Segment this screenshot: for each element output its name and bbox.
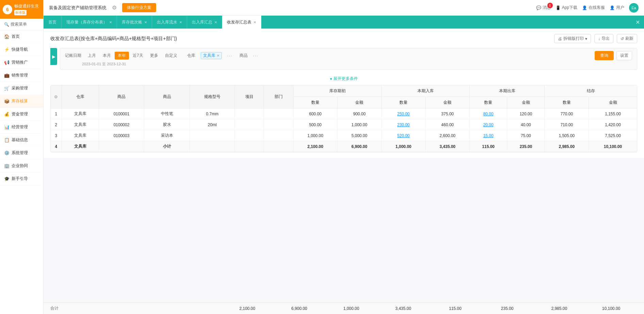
sidebar-item-basic[interactable]: 基础信息 (0, 134, 43, 147)
filter-row-1: 记账日期 上月 本月 本年 近7天 更多 自定义 仓库 文具库 (65, 51, 632, 60)
settings-icon[interactable]: ⚙ (112, 4, 117, 11)
tab-inout-summary[interactable]: 出入库汇总 ✕ (187, 16, 222, 29)
warehouse-tag: 文具库 ✕ (201, 52, 222, 59)
row-out-qty[interactable]: 20.00 (469, 119, 507, 130)
tab-close-icon[interactable]: ✕ (214, 20, 217, 24)
sidebar-logo[interactable]: 6 畅捷通好生意 标准版 (0, 0, 43, 19)
newbie-icon (4, 176, 10, 182)
service-label: 在线客服 (589, 5, 605, 11)
footer-label: 合计 (50, 305, 59, 311)
row-out-qty-link[interactable]: 80.00 (483, 112, 493, 116)
service-button[interactable]: 👤 在线客服 (582, 5, 605, 11)
service-icon: 👤 (582, 5, 587, 10)
sidebar-item-sales[interactable]: 销售管理 (0, 69, 43, 82)
row-in-qty[interactable]: 1,000.00 (381, 141, 426, 152)
system-title: 装备及固定资产辅助管理系统 (49, 5, 106, 11)
tab-close-icon[interactable]: ✕ (144, 20, 147, 24)
row-in-qty[interactable]: 230.00 (381, 119, 426, 130)
user-icon: 👤 (610, 5, 615, 10)
footer-out-amt: 235.00 (481, 306, 533, 311)
filter-collapse-button[interactable]: ▶ (50, 48, 57, 65)
warehouse-label: 仓库 (187, 53, 195, 59)
sidebar-item-quick[interactable]: 快捷导航 (0, 43, 43, 56)
date-option-more[interactable]: 更多 (147, 52, 161, 60)
date-option-7days[interactable]: 近7天 (130, 52, 146, 60)
row-out-amt: 235.00 (507, 141, 545, 152)
print-button[interactable]: 🖨 拆镜版打印 ▾ (554, 34, 591, 43)
refresh-button[interactable]: ↺ 刷新 (617, 34, 637, 43)
row-end-qty: 1,505.00 (545, 130, 589, 141)
tab-label: 收发存汇总表 (227, 19, 251, 25)
page-footer: 合计 2,100.00 6,900.00 1,000.00 3,435.00 1… (44, 302, 644, 314)
search-button[interactable]: 查询 (595, 51, 614, 60)
row-dept (264, 130, 293, 141)
row-spec: 20ml (190, 119, 235, 130)
row-out-qty-link[interactable]: 15.00 (483, 133, 493, 138)
warehouse-more-dots[interactable]: ··· (227, 53, 233, 58)
date-option-custom[interactable]: 自定义 (162, 52, 180, 60)
app-download-button[interactable]: 📱 App下载 (556, 5, 577, 11)
settings-button[interactable]: 设置 (616, 51, 632, 60)
th-out-group: 本期出库 (469, 85, 545, 97)
sidebar-item-finance[interactable]: 资金管理 (0, 108, 43, 121)
tab-inventory-distribution[interactable]: 现存量（库存分布表） ✕ (62, 16, 117, 29)
row-name: 胶水 (144, 119, 190, 130)
search-menu[interactable]: 🔍 搜索菜单 (0, 19, 43, 30)
row-spec (190, 130, 235, 141)
expand-icon: ▾ (330, 77, 332, 81)
tab-batch-account[interactable]: 库存批次账 ✕ (117, 16, 152, 29)
sidebar-item-newbie[interactable]: 新手引导 (0, 172, 43, 185)
th-settings[interactable]: ⚙ (51, 85, 62, 109)
sidebar-item-purchase[interactable]: 采购管理 (0, 82, 43, 95)
sidebar-item-home[interactable]: 首页 (0, 30, 43, 43)
date-option-this-year[interactable]: 本年 (115, 52, 129, 60)
sidebar-item-system[interactable]: 系统管理 (0, 147, 43, 160)
row-out-qty[interactable]: 80.00 (469, 109, 507, 119)
th-code: 商品 (99, 85, 144, 109)
footer-open-amt: 6,900.00 (273, 306, 325, 311)
sidebar-item-marketing[interactable]: 营销推广 (0, 56, 43, 69)
main-area: 装备及固定资产辅助管理系统 ⚙ 体验行业方案 💬 消息 6 📱 App下载 👤 … (44, 0, 644, 314)
page-title: 收发存汇总表(按仓库+商品编码+商品+规格型号+项目+部门) (50, 36, 177, 42)
sidebar-item-inventory[interactable]: 库存核算 (0, 95, 43, 108)
message-button[interactable]: 💬 消息 6 (536, 5, 551, 11)
sidebar-item-label: 销售管理 (12, 72, 28, 78)
message-badge: 6 (547, 3, 553, 8)
footer-out-qty: 115.00 (429, 306, 481, 311)
avatar[interactable]: Ea (629, 3, 639, 13)
sidebar-item-label: 企业协同 (12, 163, 28, 169)
tab-home[interactable]: 首页 (44, 16, 62, 29)
tab-receive-send-summary[interactable]: 收发存汇总表 ✕ (222, 16, 261, 29)
date-option-last-month[interactable]: 上月 (85, 52, 99, 60)
sidebar-item-operation[interactable]: 经营管理 (0, 121, 43, 134)
date-option-this-month[interactable]: 本月 (100, 52, 114, 60)
export-button[interactable]: ↓ 导出 (594, 34, 613, 43)
row-out-qty[interactable]: 115.00 (469, 141, 507, 152)
tab-inout-flow[interactable]: 出入库流水 ✕ (152, 16, 187, 29)
warehouse-filter: 仓库 文具库 ✕ ··· (187, 52, 233, 59)
sidebar-item-label: 基础信息 (12, 137, 28, 143)
warehouse-tag-close[interactable]: ✕ (217, 54, 219, 57)
trial-button[interactable]: 体验行业方案 (122, 3, 156, 12)
expand-button[interactable]: ▾ 展开更多条件 (330, 74, 358, 84)
row-out-qty-link[interactable]: 20.00 (483, 122, 493, 127)
tab-close-icon[interactable]: ✕ (109, 20, 112, 24)
row-out-amt: 120.00 (507, 109, 545, 119)
row-out-qty[interactable]: 15.00 (469, 130, 507, 141)
tab-close-icon[interactable]: ✕ (179, 20, 182, 24)
row-in-qty-link[interactable]: 250.00 (397, 112, 410, 116)
tab-close-icon[interactable]: ✕ (253, 20, 256, 24)
row-in-qty[interactable]: 250.00 (381, 109, 426, 119)
sidebar-item-label: 采购管理 (12, 85, 28, 91)
sidebar-item-corp[interactable]: 企业协同 (0, 160, 43, 172)
row-warehouse: 文具库 (62, 130, 99, 141)
goods-more-dots[interactable]: ··· (253, 53, 259, 58)
row-in-qty-link[interactable]: 230.00 (397, 122, 410, 127)
row-in-qty[interactable]: 520.00 (381, 130, 426, 141)
page-actions: 🖨 拆镜版打印 ▾ ↓ 导出 ↺ 刷新 (554, 34, 637, 43)
close-all-tabs-button[interactable]: ✕ (631, 19, 644, 26)
search-label: 搜索菜单 (11, 21, 27, 27)
sidebar: 6 畅捷通好生意 标准版 🔍 搜索菜单 首页 快捷导航 营销推广 销售管理 采购… (0, 0, 44, 314)
row-in-qty-link[interactable]: 520.00 (397, 133, 410, 138)
user-button[interactable]: 👤 用户 (610, 5, 624, 11)
